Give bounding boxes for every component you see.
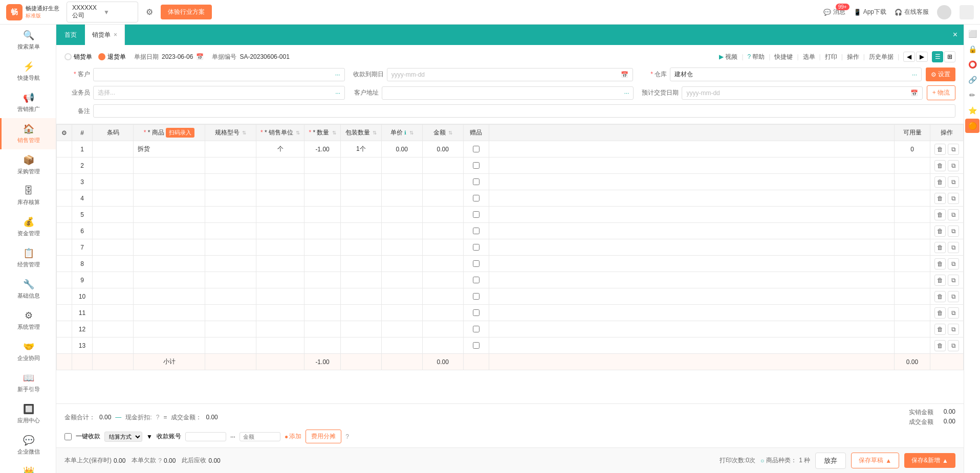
toolbar-select[interactable]: 选单 bbox=[803, 53, 815, 61]
cell-gift-0[interactable] bbox=[463, 141, 489, 157]
cell-gift-8[interactable] bbox=[463, 272, 489, 288]
cell-gift-12[interactable] bbox=[463, 337, 489, 354]
payment-due-input[interactable]: yyyy-mm-dd 📅 bbox=[387, 68, 634, 81]
copy-icon-9[interactable]: ⧉ bbox=[948, 291, 959, 302]
gift-checkbox-0[interactable] bbox=[473, 146, 480, 152]
cell-price-7[interactable] bbox=[381, 256, 422, 272]
cell-price-8[interactable] bbox=[381, 272, 422, 288]
cell-amount-6[interactable] bbox=[422, 239, 463, 256]
cell-spec-8[interactable] bbox=[205, 272, 256, 288]
rs-item-3[interactable]: ⭕ bbox=[965, 57, 979, 72]
cell-price-6[interactable] bbox=[381, 239, 422, 256]
scan-button[interactable]: 扫码录入 bbox=[166, 128, 194, 138]
app-download-item[interactable]: 📱 App下载 bbox=[854, 8, 886, 16]
gift-checkbox-8[interactable] bbox=[473, 277, 480, 283]
sidebar-item-system[interactable]: ⚙ 系统管理 bbox=[0, 305, 56, 336]
cell-gift-9[interactable] bbox=[463, 288, 489, 305]
cell-gift-7[interactable] bbox=[463, 256, 489, 272]
toolbar-print[interactable]: 打印 bbox=[825, 53, 837, 61]
rs-item-7[interactable]: 🟠 bbox=[965, 119, 979, 133]
cell-product-0[interactable]: 拆货 bbox=[134, 141, 205, 157]
message-item[interactable]: 💬 消息 99+ bbox=[823, 8, 845, 16]
copy-icon-2[interactable]: ⧉ bbox=[948, 176, 959, 188]
copy-icon-1[interactable]: ⧉ bbox=[948, 160, 959, 171]
cell-barcode-4[interactable] bbox=[93, 207, 134, 223]
toolbar-video[interactable]: ▶ 视频 bbox=[719, 53, 737, 61]
rs-item-4[interactable]: 🔗 bbox=[965, 73, 979, 87]
cell-gift-11[interactable] bbox=[463, 321, 489, 337]
cell-pack-0[interactable]: 1个 bbox=[340, 141, 381, 157]
delete-icon-2[interactable]: 🗑 bbox=[934, 176, 946, 188]
cell-spec-6[interactable] bbox=[205, 239, 256, 256]
cell-amount-11[interactable] bbox=[422, 321, 463, 337]
rs-item-5[interactable]: ✏ bbox=[965, 88, 979, 102]
sidebar-item-wechat[interactable]: 💬 企业微信 bbox=[0, 430, 56, 461]
copy-icon-0[interactable]: ⧉ bbox=[948, 144, 959, 155]
toolbar-operation[interactable]: 操作 bbox=[847, 53, 859, 61]
expense-help-icon[interactable]: ? bbox=[345, 433, 349, 440]
cell-amount-7[interactable] bbox=[422, 256, 463, 272]
cell-unit-7[interactable] bbox=[256, 256, 304, 272]
cell-qty-8[interactable] bbox=[304, 272, 340, 288]
cell-pack-12[interactable] bbox=[340, 337, 381, 354]
sidebar-item-member[interactable]: 👑 畅会员 bbox=[0, 461, 56, 473]
sidebar-item-management[interactable]: 📋 经营管理 bbox=[0, 242, 56, 274]
cell-unit-9[interactable] bbox=[256, 288, 304, 305]
cell-amount-2[interactable] bbox=[422, 174, 463, 190]
cell-gift-10[interactable] bbox=[463, 305, 489, 321]
cell-price-11[interactable] bbox=[381, 321, 422, 337]
tab-bar-close-button[interactable]: × bbox=[947, 30, 964, 39]
cell-product-5[interactable] bbox=[134, 223, 205, 239]
cell-spec-2[interactable] bbox=[205, 174, 256, 190]
toolbar-help[interactable]: ? 帮助 bbox=[748, 53, 765, 61]
nav-next-button[interactable]: ▶ bbox=[916, 52, 928, 62]
cell-qty-12[interactable] bbox=[304, 337, 340, 354]
cell-pack-2[interactable] bbox=[340, 174, 381, 190]
delete-icon-5[interactable]: 🗑 bbox=[934, 226, 946, 237]
cell-price-2[interactable] bbox=[381, 174, 422, 190]
cell-amount-10[interactable] bbox=[422, 305, 463, 321]
copy-icon-11[interactable]: ⧉ bbox=[948, 324, 959, 335]
cell-pack-4[interactable] bbox=[340, 207, 381, 223]
delete-icon-0[interactable]: 🗑 bbox=[934, 144, 946, 155]
delete-icon-8[interactable]: 🗑 bbox=[934, 275, 946, 286]
gift-checkbox-12[interactable] bbox=[473, 342, 480, 349]
gift-checkbox-11[interactable] bbox=[473, 326, 480, 332]
sidebar-item-enterprise[interactable]: 🤝 企业协同 bbox=[0, 336, 56, 367]
add-button[interactable]: ● 添加 bbox=[285, 432, 301, 441]
cell-qty-4[interactable] bbox=[304, 207, 340, 223]
layout-grid-icon[interactable]: ⊞ bbox=[944, 51, 955, 62]
cell-price-1[interactable] bbox=[381, 157, 422, 174]
cell-barcode-5[interactable] bbox=[93, 223, 134, 239]
cell-unit-5[interactable] bbox=[256, 223, 304, 239]
cell-unit-6[interactable] bbox=[256, 239, 304, 256]
cell-unit-10[interactable] bbox=[256, 305, 304, 321]
settings-button[interactable]: ⚙ 设置 bbox=[926, 67, 955, 81]
cell-unit-12[interactable] bbox=[256, 337, 304, 354]
toolbar-history[interactable]: 历史单据 bbox=[869, 53, 894, 61]
cell-unit-8[interactable] bbox=[256, 272, 304, 288]
cell-spec-10[interactable] bbox=[205, 305, 256, 321]
notes-input[interactable] bbox=[93, 104, 955, 118]
online-service-item[interactable]: 🎧 在线客服 bbox=[895, 8, 929, 16]
cell-qty-5[interactable] bbox=[304, 223, 340, 239]
cell-gift-3[interactable] bbox=[463, 190, 489, 207]
owe-info-icon[interactable]: ? bbox=[158, 457, 162, 464]
delete-icon-9[interactable]: 🗑 bbox=[934, 291, 946, 302]
cell-barcode-6[interactable] bbox=[93, 239, 134, 256]
cell-qty-3[interactable] bbox=[304, 190, 340, 207]
save-draft-button[interactable]: 保存草稿 ▲ bbox=[851, 453, 899, 468]
rs-item-6[interactable]: ⭐ bbox=[965, 103, 979, 118]
settlement-method-select[interactable]: 结算方式 bbox=[104, 432, 142, 442]
cell-price-4[interactable] bbox=[381, 207, 422, 223]
cell-barcode-1[interactable] bbox=[93, 157, 134, 174]
cell-pack-3[interactable] bbox=[340, 190, 381, 207]
cell-qty-6[interactable] bbox=[304, 239, 340, 256]
cell-amount-0[interactable]: 0.00 bbox=[422, 141, 463, 157]
cell-product-9[interactable] bbox=[134, 288, 205, 305]
sidebar-item-inventory[interactable]: 🗄 库存核算 bbox=[0, 181, 56, 211]
cell-gift-4[interactable] bbox=[463, 207, 489, 223]
cell-price-0[interactable]: 0.00 bbox=[381, 141, 422, 157]
gift-checkbox-3[interactable] bbox=[473, 195, 480, 201]
cell-product-1[interactable] bbox=[134, 157, 205, 174]
